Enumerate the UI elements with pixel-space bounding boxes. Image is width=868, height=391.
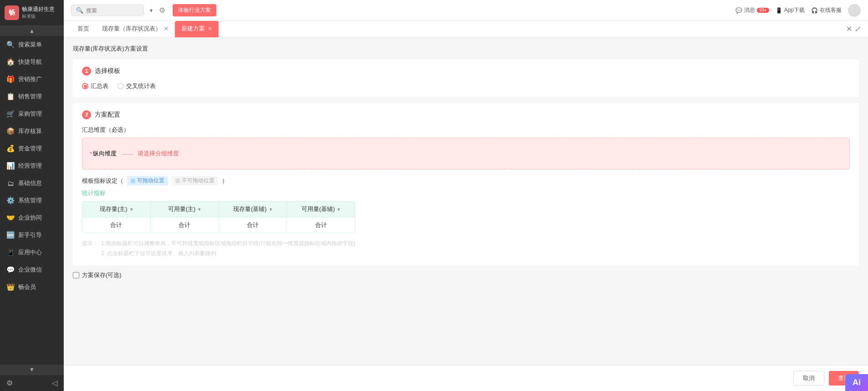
search-input[interactable] (86, 7, 139, 14)
sidebar-item-guide[interactable]: 🆕 新手引导 (0, 226, 64, 244)
tab-inventory-close-icon[interactable]: ✕ (164, 26, 168, 32)
enterprise-icon: 🤝 (6, 214, 15, 222)
stats-col-1-sub: 合计 (151, 217, 219, 233)
sidebar-item-operations[interactable]: 📊 经营管理 (0, 157, 64, 175)
sidebar-item-app-center[interactable]: 📱 应用中心 (0, 244, 64, 261)
radio-summary-label: 汇总表 (91, 82, 108, 90)
tab-actions: ✕ ⤢ (846, 25, 861, 33)
sidebar-item-quick-nav[interactable]: 🏠 快捷导航 (0, 53, 64, 71)
sidebar-item-label: 营销推广 (18, 75, 42, 83)
radio-summary[interactable]: 汇总表 (82, 82, 108, 90)
section2-number: 2 (82, 110, 91, 119)
tip-line-1: 提示： 1.拖动标题栏可以调整布局，不可跨维度或指标区域拖动栏目字段(只能在同一… (82, 239, 850, 249)
section1-title: 选择模板 (95, 67, 120, 75)
marketing-icon: 🎁 (6, 75, 15, 83)
save-checkbox[interactable] (73, 272, 79, 278)
sidebar-item-label: 经营管理 (18, 162, 42, 170)
footer-buttons: 取消 查询 (64, 365, 868, 391)
non-draggable-color-swatch (175, 179, 180, 183)
sidebar-item-inventory[interactable]: 📦 库存核算 (0, 123, 64, 140)
app-download-item[interactable]: 📱 App下载 (776, 6, 805, 14)
sidebar-item-enterprise[interactable]: 🤝 企业协同 (0, 209, 64, 226)
main-area: 🔍 ▾ ⚙ 体验行业方案 💬 消息 99+ 📱 App下载 🎧 在线客服 (64, 0, 868, 391)
tab-home[interactable]: 首页 (71, 21, 96, 37)
stats-col-0-sub: 合计 (82, 217, 151, 233)
topbar: 🔍 ▾ ⚙ 体验行业方案 💬 消息 99+ 📱 App下载 🎧 在线客服 (64, 0, 868, 21)
logo-text-block: 畅康通好生意 标准版 (22, 6, 55, 20)
trial-industry-button[interactable]: 体验行业方案 (173, 4, 216, 16)
settings-bottom-icon[interactable]: ⚙ (6, 379, 13, 387)
stats-col-3-sub: 合计 (287, 217, 355, 233)
sidebar-item-member[interactable]: 👑 畅会员 (0, 278, 64, 296)
tip-line-2: 提示： 2. 点击标题栏下拉可设置排序、插入列和删除列 (82, 249, 850, 259)
save-section-label: 方案保存(可选) (82, 271, 122, 279)
sidebar-scroll-up[interactable]: ▲ (0, 26, 64, 36)
app-download-icon: 📱 (776, 7, 782, 14)
finance-icon: 💰 (6, 144, 15, 153)
section1-header: 1 选择模板 (82, 67, 850, 76)
radio-summary-circle (82, 83, 88, 89)
gear-icon[interactable]: ⚙ (159, 6, 165, 15)
basic-info-icon: 🗂 (6, 179, 15, 187)
stats-col-1-header[interactable]: 可用量(主) ▾ (151, 201, 219, 217)
sidebar-nav: 🔍 搜索菜单 🏠 快捷导航 🎁 营销推广 📋 销售管理 🛒 采购管理 📦 库存核… (0, 36, 64, 365)
guide-icon: 🆕 (6, 231, 15, 239)
page-title: 现存量(库存状况表)方案设置 (73, 45, 859, 53)
sidebar-item-label: 搜索菜单 (18, 41, 42, 49)
user-avatar[interactable] (848, 4, 861, 17)
sidebar-item-marketing[interactable]: 🎁 营销推广 (0, 71, 64, 88)
cancel-button[interactable]: 取消 (793, 371, 824, 386)
tab-new-scheme-label: 新建方案 (181, 25, 205, 33)
non-draggable-badge: 不可拖动位置 (172, 176, 218, 185)
sidebar-item-finance[interactable]: 💰 资金管理 (0, 140, 64, 157)
sidebar-item-system[interactable]: ⚙️ 系统管理 (0, 192, 64, 209)
draggable-label: 可拖动位置 (137, 177, 164, 185)
tips-area: 提示： 1.拖动标题栏可以调整布局，不可跨维度或指标区域拖动栏目字段(只能在同一… (82, 239, 850, 258)
tab-home-label: 首页 (77, 25, 89, 33)
inventory-icon: 📦 (6, 127, 15, 135)
logo-text: 畅 (9, 9, 15, 17)
app-version: 标准版 (22, 13, 55, 20)
sidebar-item-label: 畅会员 (18, 283, 36, 291)
system-icon: ⚙️ (6, 196, 15, 205)
stats-col-0-label: 现存量(主) (100, 205, 128, 213)
topbar-dropdown[interactable]: ▾ (148, 7, 153, 14)
tab-new-scheme-close-icon[interactable]: ✕ (208, 26, 212, 32)
save-section: 方案保存(可选) (73, 271, 859, 279)
purchase-icon: 🛒 (6, 110, 15, 118)
dim-placeholder: 请选择分组维度 (138, 149, 179, 158)
stats-col-0-header[interactable]: 现存量(主) ▾ (82, 201, 151, 217)
sidebar-item-label: 资金管理 (18, 144, 42, 153)
indicator-settings-close: ） (222, 177, 228, 185)
stats-col-2-label: 现存量(基辅) (233, 205, 267, 213)
sidebar-item-wechat[interactable]: 💬 企业微信 (0, 261, 64, 278)
search-box[interactable]: 🔍 (71, 5, 144, 16)
sidebar-item-basic-info[interactable]: 🗂 基础信息 (0, 175, 64, 192)
sidebar-bottom: ⚙ ◁ (0, 375, 64, 391)
ai-badge[interactable]: Ai (845, 374, 868, 391)
radio-cross[interactable]: 交叉统计表 (117, 82, 156, 90)
sidebar-item-label: 系统管理 (18, 196, 42, 205)
stats-col-3-header[interactable]: 可用量(基辅) ▾ (287, 201, 355, 217)
tab-new-scheme[interactable]: 新建方案 ✕ (175, 21, 219, 37)
tab-expand-action-button[interactable]: ⤢ (855, 25, 861, 33)
tabbar: 首页 现存量（库存状况表） ✕ 新建方案 ✕ ✕ ⤢ (64, 21, 868, 37)
dim-arrow: —— (121, 150, 133, 157)
sidebar-item-purchase[interactable]: 🛒 采购管理 (0, 105, 64, 123)
message-badge: 99+ (757, 8, 769, 13)
headset-icon: 🎧 (811, 7, 818, 14)
indicator-label: 模板指标设定（ 可拖动位置 不可拖动位置 ） (82, 176, 850, 185)
stats-header-row: 现存量(主) ▾ 可用量(主) ▾ 现存量(基辅) ▾ 可用量(基辅) (82, 201, 355, 217)
message-item[interactable]: 💬 消息 99+ (735, 6, 769, 14)
sound-bottom-icon[interactable]: ◁ (52, 379, 57, 387)
sidebar-item-label: 企业协同 (18, 214, 42, 222)
quick-nav-icon: 🏠 (6, 58, 15, 66)
sidebar-item-search-menu[interactable]: 🔍 搜索菜单 (0, 36, 64, 53)
tab-inventory-status[interactable]: 现存量（库存状况表） ✕ (96, 21, 175, 37)
stats-col-2-header[interactable]: 现存量(基辅) ▾ (219, 201, 287, 217)
tab-close-action-button[interactable]: ✕ (846, 25, 852, 33)
sidebar-item-label: 新手引导 (18, 231, 42, 239)
online-service-item[interactable]: 🎧 在线客服 (811, 6, 842, 14)
sidebar-item-sales[interactable]: 📋 销售管理 (0, 88, 64, 105)
sidebar-scroll-down[interactable]: ▼ (0, 365, 64, 375)
